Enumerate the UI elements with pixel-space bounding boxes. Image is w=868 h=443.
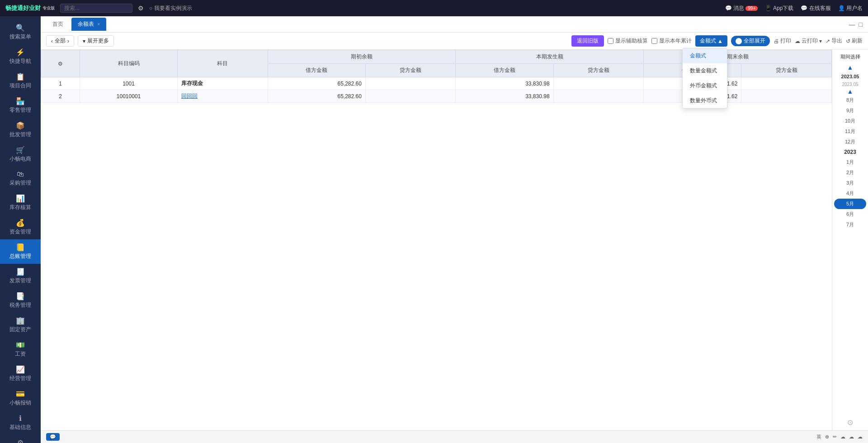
th-settings[interactable]: ⚙ xyxy=(41,50,80,77)
msg-icon[interactable]: 💬 消息 99+ xyxy=(725,5,758,12)
sidebar-label: 零售管理 xyxy=(9,106,31,114)
sidebar-item-ledger[interactable]: 📒 总账管理 xyxy=(0,239,41,264)
refresh-btn[interactable]: ↺ 刷新 xyxy=(846,37,863,45)
dropdown-item-qty-amount[interactable]: 数量金额式 xyxy=(683,63,727,78)
sidebar-item-wholesale[interactable]: 📦 批发管理 xyxy=(0,118,41,142)
cloud-print-icon: ☁ xyxy=(795,38,800,44)
cloud3-icon[interactable]: ☁ xyxy=(858,434,863,440)
sidebar-item-base[interactable]: ℹ 基础信息 xyxy=(0,410,41,435)
tab-balance[interactable]: 余额表 × xyxy=(71,18,106,31)
tab-maximize-btn[interactable]: □ xyxy=(859,21,863,28)
rp-month-8[interactable]: 8月 xyxy=(834,95,866,105)
th-closing: 期末余额 xyxy=(644,50,832,64)
lang-icon[interactable]: 英 xyxy=(816,433,821,440)
dropdown-item-amount[interactable]: 金额式 xyxy=(683,48,727,63)
table-cell xyxy=(553,90,644,103)
sidebar-item-ecommerce[interactable]: 🛒 小畅电商 xyxy=(0,142,41,167)
sidebar-label: 快捷导航 xyxy=(9,57,31,65)
rp-month-10[interactable]: 10月 xyxy=(834,116,866,126)
amount-type-btn[interactable]: 金额式 ▲ xyxy=(695,35,727,47)
dropdown-item-currency-amount[interactable]: 外币金额式 xyxy=(683,78,727,93)
dropdown-item-qty-currency[interactable]: 数量外币式 xyxy=(683,93,727,108)
rp-month-5[interactable]: 5月 xyxy=(834,199,866,209)
export-btn[interactable]: ↗ 导出 xyxy=(826,37,842,45)
right-arrow-icon: › xyxy=(67,38,69,44)
cloud-icon[interactable]: ☁ xyxy=(840,434,845,440)
sidebar-item-tax[interactable]: 📑 税务管理 xyxy=(0,288,41,313)
th-pd: 借方金额 xyxy=(456,64,553,77)
rp-month-12[interactable]: 12月 xyxy=(834,137,866,147)
sidebar-label: 搜索菜单 xyxy=(9,33,31,41)
sidebar-label: 税务管理 xyxy=(9,301,31,309)
sidebar-label: 总账管理 xyxy=(9,252,31,260)
rp-month-6[interactable]: 6月 xyxy=(834,209,866,219)
base-icon: ℹ xyxy=(19,414,22,423)
table-cell xyxy=(741,77,832,90)
rp-up-arrow[interactable]: ▲ xyxy=(847,64,854,71)
amount-type-dropdown[interactable]: 金额式 ▲ 金额式 数量金额式 外币金额式 数量外币式 xyxy=(695,35,727,47)
online-service[interactable]: 💬 在线客服 xyxy=(801,5,830,12)
chat-btn[interactable]: 💬 xyxy=(46,433,60,441)
return-old-btn[interactable]: 退回旧版 xyxy=(571,35,604,47)
expand-all-label: 全部展开 xyxy=(744,37,765,45)
sidebar-item-salary[interactable]: 💵 工资 xyxy=(0,337,41,362)
settings-icon[interactable]: ⚙ xyxy=(138,5,144,12)
inventory-icon: 📊 xyxy=(16,194,25,203)
sidebar-item-funds[interactable]: 💰 资金管理 xyxy=(0,215,41,239)
tab-minimize-btn[interactable]: — xyxy=(849,21,855,28)
expand-toggle-btn[interactable]: 全部展开 xyxy=(731,36,770,46)
demo-link[interactable]: ○ 我要看实例演示 xyxy=(149,5,192,12)
rp-month-11[interactable]: 11月 xyxy=(834,126,866,137)
th-name: 科目 xyxy=(178,50,268,77)
rp-down-arrow[interactable]: ▲ xyxy=(847,88,854,95)
cloud-print-btn[interactable]: ☁ 云打印 ▾ xyxy=(795,37,822,45)
zoom-icon[interactable]: ⊕ xyxy=(825,434,829,440)
table-cell[interactable]: 回回回 xyxy=(178,90,268,103)
content-area: 首页 余额表 × — □ ‹ 全部 › ▾ 展开更多 xyxy=(41,16,868,443)
sidebar-item-system[interactable]: ⚙ 系统管理 xyxy=(0,435,41,443)
app-name: 畅捷通好业财 xyxy=(5,4,41,12)
sidebar-item-invoice[interactable]: 🧾 发票管理 xyxy=(0,264,41,288)
cloud2-icon[interactable]: ☁ xyxy=(849,434,854,440)
sidebar-item-retail[interactable]: 🏪 零售管理 xyxy=(0,93,41,118)
sidebar-item-purchase[interactable]: 🛍 采购管理 xyxy=(0,167,41,191)
tab-close-icon[interactable]: × xyxy=(97,22,100,27)
sidebar-item-ops[interactable]: 📈 经营管理 xyxy=(0,362,41,386)
assist-checkbox[interactable] xyxy=(608,38,613,44)
sidebar-item-assets[interactable]: 🏢 固定资产 xyxy=(0,313,41,337)
cloud-print-arrow: ▾ xyxy=(819,38,822,44)
sidebar-label: 库存核算 xyxy=(9,204,31,211)
amount-dropdown-menu: 金额式 数量金额式 外币金额式 数量外币式 xyxy=(682,48,727,109)
rp-month-1[interactable]: 1月 xyxy=(834,157,866,167)
expand-more-button[interactable]: ▾ 展开更多 xyxy=(78,35,114,47)
rp-month-9[interactable]: 9月 xyxy=(834,105,866,116)
user-avatar[interactable]: 👤 用户名 xyxy=(838,5,863,12)
expand-label: 展开更多 xyxy=(87,37,109,45)
table-cell: 10010001 xyxy=(80,90,177,103)
rp-month-3[interactable]: 3月 xyxy=(834,178,866,188)
sidebar-item-quicknav[interactable]: ⚡ 快捷导航 xyxy=(0,44,41,69)
show-assist-check[interactable]: 显示辅助核算 xyxy=(608,37,648,45)
sidebar-item-inventory[interactable]: 📊 库存核算 xyxy=(0,191,41,215)
show-ytd-check[interactable]: 显示本年累计 xyxy=(651,37,692,45)
rp-month-4[interactable]: 4月 xyxy=(834,188,866,199)
table-cell xyxy=(365,77,456,90)
rp-month-7[interactable]: 7月 xyxy=(834,219,866,230)
top-search-input[interactable] xyxy=(60,4,132,13)
table-cell xyxy=(365,90,456,103)
rp-collapse-icon[interactable]: ⊙ xyxy=(847,418,853,427)
print-btn[interactable]: 🖨 打印 xyxy=(774,37,791,45)
sidebar-item-search[interactable]: 🔍 搜索菜单 xyxy=(0,20,41,44)
funds-icon: 💰 xyxy=(16,219,25,227)
app-download[interactable]: 📱 App下载 xyxy=(765,5,793,12)
rp-year-start: 2023.05 xyxy=(841,74,859,79)
ytd-checkbox[interactable] xyxy=(651,38,657,44)
edit-icon[interactable]: ✏ xyxy=(833,434,837,440)
all-button[interactable]: ‹ 全部 › xyxy=(46,35,74,47)
sidebar-item-expense[interactable]: 💳 小畅报销 xyxy=(0,386,41,410)
rp-month-2[interactable]: 2月 xyxy=(834,167,866,178)
toolbar: ‹ 全部 › ▾ 展开更多 退回旧版 显示辅助核算 显示本年累计 xyxy=(41,33,868,50)
retail-icon: 🏪 xyxy=(16,97,25,105)
sidebar-item-project[interactable]: 📋 项目合同 xyxy=(0,69,41,93)
tab-home[interactable]: 首页 xyxy=(46,18,70,31)
